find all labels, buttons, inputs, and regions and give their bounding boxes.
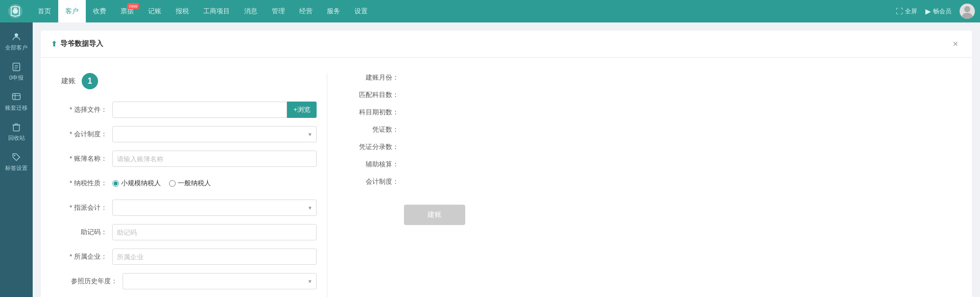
fullscreen-btn[interactable]: ⛶ 全屏 (896, 7, 917, 16)
tax-option-small[interactable]: 小规模纳税人 (112, 179, 161, 188)
svg-point-4 (15, 33, 18, 37)
period-label: 科目期初数： (348, 108, 399, 117)
aux-row: 辅助核算： (348, 160, 951, 169)
file-row: +浏览 (112, 102, 317, 118)
build-account-button[interactable]: 建账 (404, 205, 465, 225)
month-row: 建账月份： (348, 73, 951, 82)
tax-type-label: * 纳税性质： (61, 179, 107, 188)
nav-settings[interactable]: 设置 (347, 0, 375, 22)
tax-type-row: * 纳税性质： 小规模纳税人 一般纳税人 (61, 175, 317, 191)
sidebar: 全部客户 0申报 账套迁移 回收站 标签设置 (0, 22, 33, 297)
sidebar-item-tag-settings[interactable]: 标签设置 (1, 148, 32, 176)
ledger-name-row: * 账簿名称： (61, 151, 317, 167)
sidebar-item-recycle[interactable]: 回收站 (1, 118, 32, 146)
tax-radio-small[interactable] (112, 180, 119, 187)
memo-label: 助记码： (61, 228, 107, 237)
match-label: 匹配科目数： (348, 90, 399, 100)
svg-point-17 (14, 155, 15, 156)
ref-year-row: 参照历史年度： ▼ (61, 273, 317, 289)
tax-radio-general[interactable] (169, 180, 176, 187)
memo-input[interactable] (112, 224, 317, 240)
company-input[interactable] (112, 249, 317, 265)
svg-rect-12 (13, 125, 19, 131)
match-row: 匹配科目数： (348, 90, 951, 100)
close-button[interactable]: × (949, 38, 962, 50)
assign-accountant-select-wrapper: ▼ (112, 200, 317, 216)
nav-tax[interactable]: 报税 (169, 0, 196, 22)
svg-rect-9 (13, 93, 20, 100)
month-label: 建账月份： (348, 73, 399, 82)
aux-label: 辅助核算： (348, 160, 399, 169)
tax-option-general[interactable]: 一般纳税人 (169, 179, 211, 188)
sidebar-item-account-migrate[interactable]: 账套迁移 (1, 88, 32, 116)
period-row: 科目期初数： (348, 108, 951, 117)
voucher-entries-label: 凭证分录数： (348, 142, 399, 152)
assign-accountant-select[interactable] (112, 200, 317, 216)
svg-rect-5 (13, 63, 19, 71)
voucher-entries-row: 凭证分录数： (348, 142, 951, 152)
ledger-name-label: * 账簿名称： (61, 154, 107, 163)
account-system-row: * 会计制度： ▼ (61, 126, 317, 142)
file-input[interactable] (112, 102, 287, 118)
tax-type-radio-group: 小规模纳税人 一般纳税人 (112, 175, 211, 191)
panel: ⬆ 导爷数据导入 × 建账 1 * 选择文件： +浏览 (41, 31, 972, 297)
accounting-row: 会计制度： (348, 177, 951, 186)
nav-manage[interactable]: 管理 (265, 0, 292, 22)
top-nav: 首页 客户 收费 票据 new 记账 报税 工商项目 消息 管理 经营 服务 设… (0, 0, 980, 22)
nav-fees[interactable]: 收费 (86, 0, 113, 22)
account-system-select-wrapper: ▼ (112, 126, 317, 142)
account-system-select[interactable] (112, 126, 317, 142)
ref-year-select-wrapper: ▼ (123, 273, 317, 289)
step-label: 建账 (61, 77, 76, 86)
memo-row: 助记码： (61, 224, 317, 240)
svg-point-1 (13, 9, 18, 14)
step-header: 建账 1 (61, 73, 98, 89)
form-right: 建账月份： 匹配科目数： 科目期初数： 凭证数： 凭证分录数： (327, 73, 951, 297)
main-content: ⬆ 导爷数据导入 × 建账 1 * 选择文件： +浏览 (33, 22, 980, 297)
logo (5, 1, 26, 21)
accounting-label: 会计制度： (348, 177, 399, 186)
ref-year-label: 参照历史年度： (61, 277, 117, 286)
nav-invoices[interactable]: 票据 new (113, 0, 141, 22)
sidebar-item-zero-declare[interactable]: 0申报 (1, 58, 32, 86)
svg-point-3 (962, 13, 972, 19)
sidebar-item-all-clients[interactable]: 全部客户 (1, 28, 32, 56)
nav-clients[interactable]: 客户 (58, 0, 86, 22)
nav-right: ⛶ 全屏 ▶ 畅会员 (896, 4, 975, 19)
new-badge: new (127, 3, 139, 9)
voucher-row: 凭证数： (348, 125, 951, 134)
nav-home[interactable]: 首页 (31, 0, 58, 22)
ref-year-select[interactable] (123, 273, 317, 289)
nav-business[interactable]: 工商项目 (196, 0, 237, 22)
file-label: * 选择文件： (61, 105, 107, 114)
assign-accountant-row: * 指派会计： ▼ (61, 200, 317, 216)
panel-title: ⬆ 导爷数据导入 (51, 39, 103, 48)
nav-operations[interactable]: 经营 (292, 0, 320, 22)
panel-header: ⬆ 导爷数据导入 × (41, 31, 972, 58)
company-label: * 所属企业： (61, 252, 107, 261)
nav-services[interactable]: 服务 (320, 0, 347, 22)
company-row: * 所属企业： (61, 249, 317, 265)
svg-point-2 (964, 6, 970, 12)
file-select-row: * 选择文件： +浏览 (61, 102, 317, 118)
avatar[interactable] (960, 4, 975, 19)
assign-accountant-label: * 指派会计： (61, 203, 107, 212)
browse-button[interactable]: +浏览 (287, 102, 317, 118)
form-container: 建账 1 * 选择文件： +浏览 * 会计制度： (41, 58, 972, 297)
nav-bookkeeping[interactable]: 记账 (141, 0, 169, 22)
voucher-label: 凭证数： (348, 125, 399, 134)
ledger-name-input[interactable] (112, 151, 317, 167)
account-system-label: * 会计制度： (61, 130, 107, 139)
nav-messages[interactable]: 消息 (237, 0, 265, 22)
step-circle: 1 (82, 73, 98, 89)
vip-btn[interactable]: ▶ 畅会员 (925, 7, 951, 16)
import-icon: ⬆ (51, 40, 57, 48)
form-left: 建账 1 * 选择文件： +浏览 * 会计制度： (61, 73, 317, 297)
